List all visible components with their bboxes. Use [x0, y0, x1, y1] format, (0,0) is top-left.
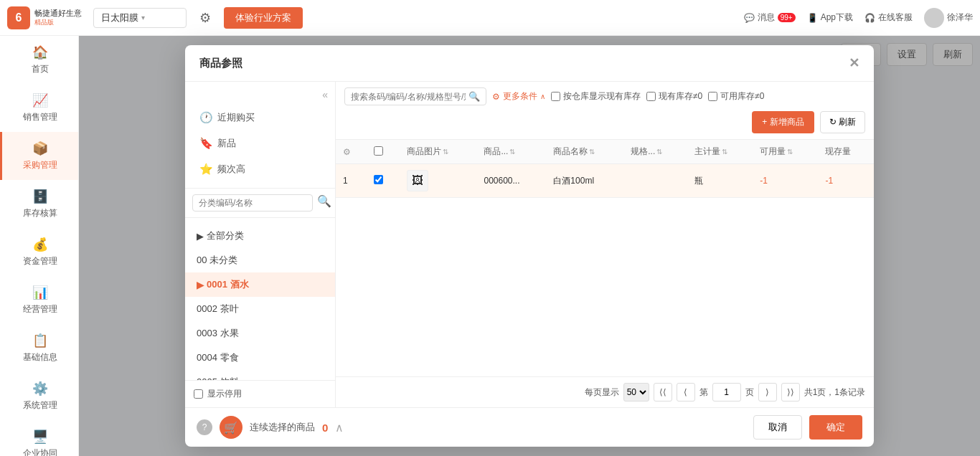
checkbox-available-label[interactable]: 现有库存≠0 — [646, 90, 702, 103]
sidebar-item-purchase[interactable]: 📦 采购管理 — [0, 132, 78, 180]
checkbox-usable[interactable] — [708, 92, 717, 101]
checkbox-stock-text: 按仓库显示现有库存 — [563, 90, 641, 103]
sort-icon-unit: ⇅ — [722, 148, 727, 156]
name-col-sort[interactable]: 商品名称 ⇅ — [553, 146, 595, 158]
dialog-footer: ? 🛒 连续选择的商品 0 ∧ 取消 确定 — [185, 407, 874, 447]
dialog-title: 商品参照 — [199, 57, 242, 70]
checkbox-available[interactable] — [646, 92, 656, 101]
message-nav-item[interactable]: 💬 消息 99+ — [744, 11, 796, 24]
app-download-item[interactable]: 📱 App下载 — [807, 11, 853, 24]
first-page-btn[interactable]: ⟨⟨ — [654, 383, 672, 402]
product-search-input[interactable] — [351, 92, 466, 102]
last-page-btn[interactable]: ⟩⟩ — [781, 383, 800, 402]
product-table: ⚙ 商品图片 ⇅ 商品... ⇅ 商品名称 ⇅ 规格... ⇅ 主计量 ⇅ 可用… — [336, 140, 874, 198]
sidebar-label-sales: 销售管理 — [23, 111, 57, 123]
refresh-button[interactable]: ↻ 刷新 — [820, 111, 865, 133]
category-label-0001: 0001 酒水 — [207, 278, 249, 291]
code-col-sort[interactable]: 商品... ⇅ — [484, 146, 515, 158]
service-item[interactable]: 🎧 在线客服 — [864, 11, 913, 24]
add-product-button[interactable]: + 新增商品 — [752, 111, 814, 133]
sidebar-item-management[interactable]: 📊 经营管理 — [0, 276, 78, 324]
category-snack[interactable]: 0004 零食 — [185, 346, 335, 370]
show-disabled-checkbox[interactable] — [194, 389, 203, 399]
filter-icon: ⚙ — [492, 92, 500, 102]
col-gear[interactable]: ⚙ — [336, 140, 367, 164]
trial-button[interactable]: 体验行业方案 — [224, 7, 303, 29]
dialog-body: « 🕐 近期购买 🔖 新品 ⭐ — [185, 82, 874, 407]
row-name: 白酒100ml — [546, 164, 623, 198]
product-search-icon[interactable]: 🔍 — [468, 91, 480, 102]
sidebar-item-system[interactable]: ⚙️ 系统管理 — [0, 372, 78, 420]
unit-col-sort[interactable]: 主计量 ⇅ — [694, 146, 727, 158]
col-unit: 主计量 ⇅ — [687, 140, 753, 164]
per-page-select[interactable]: 50 — [623, 383, 649, 402]
category-liquor[interactable]: ▶ 0001 酒水 — [185, 272, 335, 297]
image-col-sort[interactable]: 商品图片 ⇅ — [407, 146, 448, 158]
cancel-button[interactable]: 取消 — [753, 415, 802, 440]
store-name: 日太阳膜 — [101, 11, 138, 24]
store-select[interactable]: 日太阳膜 ▾ — [93, 8, 187, 28]
sidebar-item-sales[interactable]: 📈 销售管理 — [0, 84, 78, 132]
star-icon: ⭐ — [199, 163, 213, 176]
table-row[interactable]: 1 🖼 000600... 白酒100ml 瓶 -1 -1 — [336, 164, 874, 198]
row-available: -1 — [753, 164, 818, 198]
frequent-item[interactable]: ⭐ 频次高 — [192, 158, 328, 181]
checkbox-stock-label[interactable]: 按仓库显示现有库存 — [551, 90, 641, 103]
collapse-icon[interactable]: « — [322, 89, 328, 100]
collapse-footer-icon[interactable]: ∧ — [335, 421, 344, 434]
cart-icon[interactable]: 🛒 — [220, 416, 242, 439]
category-tea[interactable]: 0002 茶叶 — [185, 297, 335, 321]
checkbox-stock[interactable] — [551, 92, 560, 101]
prev-page-btn[interactable]: ⟨ — [677, 383, 695, 402]
select-all-checkbox[interactable] — [374, 146, 383, 156]
row-checkbox[interactable] — [367, 164, 400, 198]
clock-icon: 🕐 — [199, 111, 213, 124]
confirm-button[interactable]: 确定 — [809, 415, 862, 440]
category-search-icon[interactable]: 🔍 — [317, 194, 331, 212]
inventory-icon: 🗄️ — [32, 189, 48, 204]
row-select-checkbox[interactable] — [374, 175, 383, 184]
sidebar-item-finance[interactable]: 💰 资金管理 — [0, 228, 78, 276]
gear-icon[interactable]: ⚙ — [194, 10, 217, 26]
table-settings-icon[interactable]: ⚙ — [343, 147, 351, 157]
product-thumb: 🖼 — [407, 170, 428, 191]
sidebar-item-inventory[interactable]: 🗄️ 库存核算 — [0, 180, 78, 228]
category-all[interactable]: ▶ 全部分类 — [185, 224, 335, 248]
logo-sub: 精品版 — [34, 18, 82, 27]
help-icon[interactable]: ? — [197, 419, 212, 435]
category-label-all: 全部分类 — [207, 229, 244, 242]
management-icon: 📊 — [32, 285, 48, 300]
next-page-btn[interactable]: ⟩ — [758, 383, 777, 402]
close-icon[interactable]: ✕ — [849, 55, 859, 71]
product-search-wrap: 🔍 — [344, 87, 486, 105]
sort-icon-code: ⇅ — [509, 148, 515, 156]
category-fruit[interactable]: 0003 水果 — [185, 321, 335, 346]
right-toolbar: 🔍 ⚙ 更多条件 ∧ 按仓库显示现有库存 — [336, 82, 874, 140]
page-input[interactable] — [712, 383, 741, 402]
frequent-label: 频次高 — [217, 163, 245, 176]
new-product-item[interactable]: 🔖 新品 — [192, 132, 328, 155]
spec-col-sort[interactable]: 规格... ⇅ — [631, 146, 662, 158]
checkbox-usable-label[interactable]: 可用库存≠0 — [708, 90, 764, 103]
main-content: 查询 设置 刷新 商品参照 ✕ « — [79, 36, 980, 456]
sidebar-item-home[interactable]: 🏠 首页 — [0, 36, 78, 84]
col-stock: 现存量 — [818, 140, 874, 164]
user-item[interactable]: 徐泽华 — [924, 8, 973, 28]
product-reference-dialog: 商品参照 ✕ « 🕐 近期购买 — [185, 45, 874, 447]
sidebar-label-finance: 资金管理 — [23, 255, 57, 267]
filter-arrow: ∧ — [540, 92, 545, 100]
available-col-sort[interactable]: 可用量 ⇅ — [760, 146, 793, 158]
sales-icon: 📈 — [32, 92, 48, 108]
page-suffix: 页 — [745, 386, 754, 399]
category-unclassified[interactable]: 00 未分类 — [185, 248, 335, 272]
recent-purchase-item[interactable]: 🕐 近期购买 — [192, 106, 328, 129]
sidebar-item-collab[interactable]: 🖥️ 企业协同 — [0, 420, 78, 456]
new-icon: 🔖 — [199, 137, 213, 150]
category-search-input[interactable] — [192, 194, 313, 212]
filter-label: 更多条件 — [503, 90, 537, 103]
category-drink[interactable]: 0005 饮料 — [185, 370, 335, 380]
sidebar-item-basic[interactable]: 📋 基础信息 — [0, 324, 78, 372]
headset-icon: 🎧 — [864, 13, 875, 23]
filter-button[interactable]: ⚙ 更多条件 ∧ — [492, 90, 545, 103]
sidebar-label-inventory: 库存核算 — [23, 207, 57, 219]
